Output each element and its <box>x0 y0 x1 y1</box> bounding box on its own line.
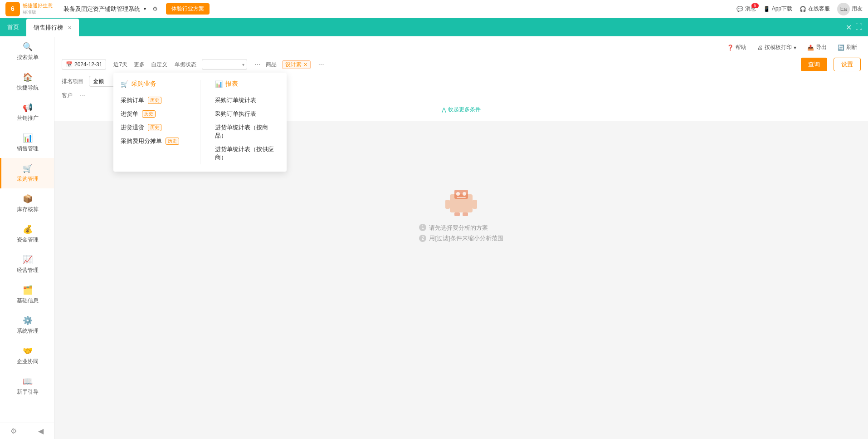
message-icon: 💬 <box>736 6 743 12</box>
refresh-btn[interactable]: 🔄 刷新 <box>834 42 861 53</box>
menu-goods-in-stats-by-supplier[interactable]: 进货单统计表（按供应商） <box>215 143 280 164</box>
sidebar-bottom: ⚙ ◀ <box>0 423 54 439</box>
tab-home[interactable]: 首页 <box>0 18 26 36</box>
menu-divider <box>200 80 200 164</box>
goods-tag-remove[interactable]: ✕ <box>303 62 307 68</box>
hint-num-1: 1 <box>419 224 426 231</box>
empty-hints: 1 请先选择要分析的方案 2 用[过滤]条件来缩小分析范围 <box>419 222 503 244</box>
headset-icon: 🎧 <box>800 6 806 12</box>
report-section: 📊 报表 采购订单统计表 采购订单执行表 进货单统计表（按商品） 进货单统计表（… <box>215 80 280 164</box>
phone-icon: 📱 <box>763 6 770 12</box>
operations-icon: 📈 <box>23 255 33 265</box>
tab-sales-ranking-label: 销售排行榜 <box>34 24 63 32</box>
sidebar-item-system[interactable]: ⚙️ 系统管理 <box>0 310 54 340</box>
app-download-item[interactable]: 📱 App下载 <box>763 5 792 13</box>
query-button[interactable]: 查询 <box>801 58 827 71</box>
top-bar: 6 畅捷通好生意 标准版 装备及固定资产辅助管理系统 ▾ ⚙ 体验行业方案 💬 … <box>0 0 868 18</box>
logo-area: 6 畅捷通好生意 标准版 <box>5 2 60 16</box>
svg-rect-7 <box>445 200 450 209</box>
home-icon: 🏠 <box>23 72 33 82</box>
history-badge-2: 历史 <box>148 124 161 131</box>
report-section-icon: 📊 <box>215 80 223 88</box>
print-arrow[interactable]: ▾ <box>794 44 796 51</box>
trial-button[interactable]: 体验行业方案 <box>166 3 210 15</box>
history-badge-1: 历史 <box>142 110 156 118</box>
print-icon: 🖨 <box>757 44 763 51</box>
date-range-input[interactable]: 📅 2024-12-31 <box>62 59 106 70</box>
settings-bottom-icon[interactable]: ⚙ <box>10 427 17 435</box>
purchase-section: 🛒 采购业务 采购订单 历史 进货单 历史 进货退货 历史 <box>121 80 185 164</box>
sales-icon: 📊 <box>23 133 33 143</box>
customer-label: 客户 <box>62 92 73 99</box>
sidebar-item-cooperation[interactable]: 🤝 企业协同 <box>0 340 54 371</box>
tab-sales-ranking[interactable]: 销售排行榜 ✕ <box>26 19 79 37</box>
cooperation-icon: 🤝 <box>23 346 33 356</box>
logo-text: 畅捷通好生意 标准版 <box>23 2 53 15</box>
setting-button[interactable]: 设置 <box>834 58 861 71</box>
menu-goods-in-stats-by-goods[interactable]: 进货单统计表（按商品） <box>215 121 280 143</box>
history-badge-3: 历史 <box>166 138 179 145</box>
marketing-icon: 📢 <box>23 103 33 113</box>
sidebar-item-operations[interactable]: 📈 经营管理 <box>0 249 54 280</box>
menu-purchase-order-stats[interactable]: 采购订单统计表 <box>215 94 280 107</box>
empty-hint-1: 1 请先选择要分析的方案 <box>419 222 503 233</box>
print-btn[interactable]: 🖨 按模板打印 ▾ <box>754 42 800 53</box>
settings-icon[interactable]: ⚙ <box>150 4 161 15</box>
goods-dots[interactable]: ··· <box>318 60 324 69</box>
help-btn[interactable]: ❓ 帮助 <box>723 42 750 53</box>
svg-text:6: 6 <box>11 5 15 12</box>
ranking-label: 排名项目 <box>62 78 83 85</box>
tab-close-window[interactable]: ✕ <box>846 23 852 32</box>
sidebar-item-sales[interactable]: 📊 销售管理 <box>0 128 54 158</box>
content-area: ❓ 帮助 🖨 按模板打印 ▾ 📤 导出 🔄 刷新 <box>54 36 868 439</box>
tab-home-label: 首页 <box>7 23 19 31</box>
sidebar-item-purchase[interactable]: 🛒 采购管理 <box>0 158 54 188</box>
system-title-arrow[interactable]: ▾ <box>144 6 146 11</box>
sidebar-item-inventory[interactable]: 📦 库存核算 <box>0 188 54 219</box>
customer-dots[interactable]: ··· <box>80 91 86 99</box>
basic-icon: 🗂️ <box>23 285 33 295</box>
finance-icon: 💰 <box>23 224 33 234</box>
sidebar-item-nav[interactable]: 🏠 快捷导航 <box>0 67 54 97</box>
purchase-section-icon: 🛒 <box>121 80 128 88</box>
sidebar-item-marketing[interactable]: 📢 营销推广 <box>0 97 54 128</box>
menu-purchase-expense[interactable]: 采购费用分摊单 历史 <box>121 134 185 148</box>
dropdown-overlay: 🛒 采购业务 采购订单 历史 进货单 历史 进货退货 历史 <box>109 36 287 172</box>
hint-num-2: 2 <box>419 235 426 242</box>
system-title: 装备及固定资产辅助管理系统 ▾ <box>63 5 146 13</box>
sidebar-item-guide[interactable]: 📖 新手引导 <box>0 371 54 401</box>
guide-icon: 📖 <box>23 376 33 386</box>
user-item[interactable]: Ea 用友 <box>837 3 863 15</box>
refresh-icon: 🔄 <box>838 44 844 51</box>
tab-maximize[interactable]: ⛶ <box>855 23 863 31</box>
collapse-icon[interactable]: ◀ <box>38 427 44 435</box>
avatar: Ea <box>837 3 850 15</box>
purchase-icon: 🛒 <box>23 163 33 173</box>
logo-icon: 6 <box>5 2 20 16</box>
svg-rect-6 <box>457 197 466 198</box>
tab-close-icon[interactable]: ✕ <box>68 25 72 31</box>
svg-rect-9 <box>454 212 460 216</box>
menu-purchase-order-exec[interactable]: 采购订单执行表 <box>215 107 280 121</box>
sidebar-item-search[interactable]: 🔍 搜索菜单 <box>0 36 54 67</box>
svg-rect-10 <box>463 212 468 216</box>
tab-bar: 首页 销售排行榜 ✕ ✕ ⛶ <box>0 18 868 36</box>
purchase-title: 🛒 采购业务 <box>121 80 185 88</box>
search-icon: 🔍 <box>23 42 33 52</box>
message-badge: 6 <box>751 3 759 8</box>
export-btn[interactable]: 📤 导出 <box>804 42 830 53</box>
menu-goods-return[interactable]: 进货退货 历史 <box>121 121 185 134</box>
toolbar-actions: ❓ 帮助 🖨 按模板打印 ▾ 📤 导出 🔄 刷新 <box>723 42 861 53</box>
calendar-icon: 📅 <box>66 61 73 68</box>
online-service-item[interactable]: 🎧 在线客服 <box>800 5 830 13</box>
menu-goods-in[interactable]: 进货单 历史 <box>121 107 185 121</box>
top-right-actions: 💬 消息 6 📱 App下载 🎧 在线客服 Ea 用友 <box>736 3 863 15</box>
menu-purchase-order[interactable]: 采购订单 历史 <box>121 94 185 107</box>
report-title: 📊 报表 <box>215 80 280 88</box>
message-icon-item[interactable]: 💬 消息 6 <box>736 5 756 13</box>
tab-controls: ✕ ⛶ <box>846 23 868 32</box>
dropdown-menu: 🛒 采购业务 采购订单 历史 进货单 历史 进货退货 历史 <box>113 73 287 172</box>
sidebar-item-basic[interactable]: 🗂️ 基础信息 <box>0 280 54 310</box>
svg-rect-8 <box>473 200 477 209</box>
sidebar-item-finance[interactable]: 💰 资金管理 <box>0 219 54 249</box>
